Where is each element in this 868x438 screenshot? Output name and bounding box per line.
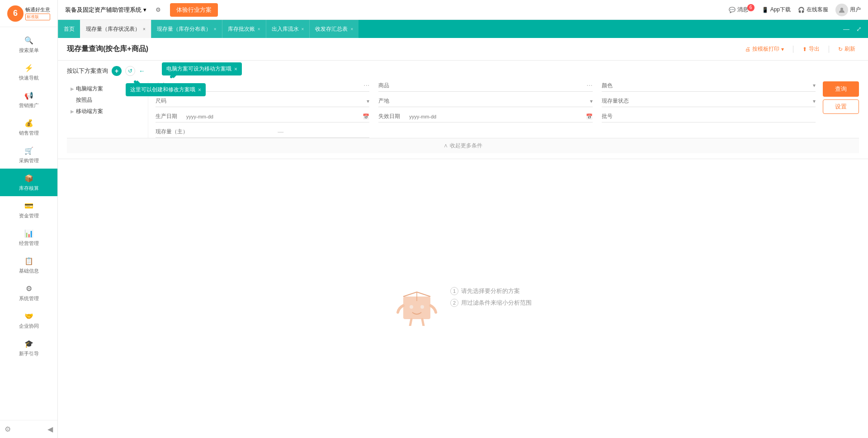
inventory-icon: 📦 — [24, 173, 34, 183]
sidebar-item-system[interactable]: ⚙ 系统管理 — [0, 279, 57, 306]
app-download-label: App下载 — [770, 6, 791, 14]
filter-label: 按以下方案查询 — [67, 67, 108, 75]
sidebar-item-inventory[interactable]: 📦 库存核算 — [0, 169, 57, 196]
tab-inventory_dist[interactable]: 现存量（库存分布表）× — [151, 20, 222, 38]
online-support-item[interactable]: 🎧 在线客服 — [798, 6, 828, 14]
tab-in_out_flow[interactable]: 出入库流水× — [266, 20, 310, 38]
mobile-scheme-arrow: ▶ — [71, 109, 74, 114]
stock-main-label: 现存量（主） — [156, 128, 188, 136]
filter-add-button[interactable]: + — [112, 66, 122, 76]
phone-icon: 📱 — [762, 7, 769, 13]
filter-reset-button[interactable]: ↺ — [125, 66, 135, 76]
stock-status-dropdown-icon[interactable]: ▾ — [813, 98, 816, 104]
settings-icon[interactable]: ⚙ — [5, 425, 11, 433]
stock-status-input[interactable] — [632, 98, 813, 104]
basic-icon: 📋 — [24, 256, 34, 266]
quicknav-icon: ⚡ — [24, 63, 34, 73]
user-item[interactable]: 用户 — [835, 4, 861, 16]
dropdown-icon: ▾ — [143, 6, 146, 13]
empty-illustration — [394, 276, 439, 321]
tab-minimize-button[interactable]: — — [841, 24, 852, 34]
mobile-scheme-item[interactable]: ▶ 移动端方案 — [67, 106, 142, 117]
sidebar-item-operation[interactable]: 📊 经营管理 — [0, 224, 57, 251]
query-button[interactable]: 查询 — [823, 81, 859, 97]
size-input[interactable] — [186, 98, 367, 104]
warehouse-input[interactable] — [186, 82, 363, 89]
export-button[interactable]: ⬆ 导出 — [799, 43, 823, 55]
batch-input[interactable] — [632, 113, 816, 120]
goods-field: 商品 ··· — [378, 81, 592, 92]
tab-home[interactable]: 首页 — [58, 20, 80, 38]
operation-icon: 📊 — [24, 228, 34, 238]
tab-label-inventory_status: 现存量（库存状况表） — [86, 25, 140, 33]
svg-point-2 — [410, 305, 413, 309]
try-industry-button[interactable]: 体验行业方案 — [170, 3, 218, 17]
origin-input[interactable] — [409, 98, 590, 104]
guide-icon: 🎓 — [24, 339, 34, 349]
tab-batch_account[interactable]: 库存批次账× — [222, 20, 266, 38]
size-dropdown-icon[interactable]: ▾ — [367, 98, 369, 104]
origin-dropdown-icon[interactable]: ▾ — [590, 98, 593, 104]
refresh-button[interactable]: ↻ 刷新 — [835, 43, 859, 55]
exp-date-input[interactable] — [409, 114, 585, 119]
sidebar-item-quicknav[interactable]: ⚡ 快速导航 — [0, 58, 57, 86]
print-button[interactable]: 🖨 按模板打印 ▾ — [741, 43, 788, 55]
top-header: 装备及固定资产辅助管理系统 ▾ ⚙ 体验行业方案 💬 消息 6 📱 App下载 … — [58, 0, 868, 20]
tab-close-collect_summary[interactable]: × — [350, 27, 353, 32]
color-dropdown-icon[interactable]: ▾ — [813, 82, 816, 89]
mfg-date-input[interactable] — [186, 114, 363, 119]
warehouse-more-icon[interactable]: ··· — [363, 81, 369, 89]
divider-1 — [793, 46, 793, 53]
origin-field: 产地 ▾ — [378, 97, 592, 107]
gear-button[interactable]: ⚙ — [152, 4, 165, 16]
app-download-item[interactable]: 📱 App下载 — [762, 6, 791, 14]
size-label: 尺码 — [156, 97, 183, 105]
tab-maximize-button[interactable]: ⤢ — [854, 24, 864, 34]
sidebar-item-guide[interactable]: 🎓 新手引导 — [0, 334, 57, 362]
stock-status-field: 现存量状态 ▾ — [602, 97, 816, 107]
goods-more-icon[interactable]: ··· — [586, 81, 592, 89]
finance-icon: 💳 — [24, 201, 34, 211]
filter-section: 按以下方案查询 + ↺ ← 电脑方案可设为移动方案哦 × — [58, 61, 868, 159]
goods-input[interactable] — [409, 82, 586, 89]
tooltip-1-wrapper: 电脑方案可设为移动方案哦 × — [162, 62, 242, 79]
sidebar-item-enterprise[interactable]: 🤝 企业协同 — [0, 306, 57, 334]
system-label: 系统管理 — [19, 295, 39, 302]
page-content: 现存量查询(按仓库+商品) 🖨 按模板打印 ▾ ⬆ 导出 ↻ — [58, 38, 868, 438]
stock-main-input-end[interactable] — [286, 129, 369, 135]
print-icon: 🖨 — [745, 46, 750, 52]
tooltip-2-close[interactable]: × — [198, 87, 201, 93]
exp-date-calendar-icon[interactable]: 📅 — [586, 113, 593, 120]
sidebar-item-search[interactable]: 🔍 搜索菜单 — [0, 31, 57, 58]
tooltip-1-close[interactable]: × — [234, 66, 237, 72]
message-item[interactable]: 💬 消息 6 — [729, 6, 755, 14]
filter-arrow-button[interactable]: ← — [139, 67, 145, 75]
sidebar-item-basic[interactable]: 📋 基础信息 — [0, 251, 57, 279]
marketing-label: 营销推广 — [19, 102, 39, 109]
export-label: 导出 — [809, 45, 820, 53]
search-icon: 🔍 — [24, 35, 34, 45]
tab-collect_summary[interactable]: 收发存汇总表× — [309, 20, 359, 38]
mfg-date-calendar-icon[interactable]: 📅 — [363, 113, 369, 120]
system-title-dropdown[interactable]: 装备及固定资产辅助管理系统 ▾ — [65, 6, 146, 14]
tab-close-inventory_dist[interactable]: × — [214, 27, 217, 32]
sidebar-item-marketing[interactable]: 📢 营销推广 — [0, 86, 57, 113]
sidebar-item-purchase[interactable]: 🛒 采购管理 — [0, 141, 57, 169]
tab-bar: 首页现存量（库存状况表）×现存量（库存分布表）×库存批次账×出入库流水×收发存汇… — [58, 20, 868, 38]
collapse-bar[interactable]: ∧ 收起更多条件 — [67, 138, 859, 153]
tab-inventory_status[interactable]: 现存量（库存状况表）× — [80, 20, 151, 38]
tab-close-batch_account[interactable]: × — [258, 27, 260, 32]
sidebar-item-sales[interactable]: 💰 销售管理 — [0, 113, 57, 141]
sidebar-item-finance[interactable]: 💳 资金管理 — [0, 196, 57, 224]
tab-close-inventory_status[interactable]: × — [143, 27, 146, 32]
finance-label: 资金管理 — [19, 212, 39, 219]
tab-close-in_out_flow[interactable]: × — [302, 27, 304, 32]
mfg-date-label: 生产日期 — [156, 113, 183, 120]
stock-main-input[interactable] — [192, 129, 275, 135]
settings-button[interactable]: 设置 — [823, 99, 859, 114]
collapse-icon[interactable]: ◀ — [47, 425, 53, 433]
sales-label: 销售管理 — [19, 130, 39, 137]
message-icon: 💬 — [729, 7, 736, 13]
logo-icon: 6 — [7, 5, 24, 22]
color-input[interactable] — [632, 82, 813, 89]
